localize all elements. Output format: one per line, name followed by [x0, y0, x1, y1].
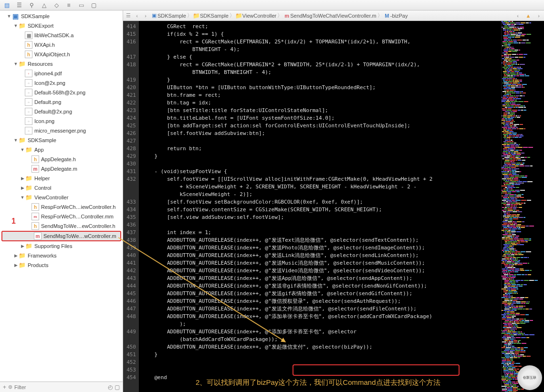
file-nav-icon[interactable]: ▤	[2, 1, 11, 9]
breadcrumb[interactable]: ▣ SDKSample 〉 SDKSample 〉 ViewController…	[150, 12, 408, 19]
png-file-icon: ▫	[25, 117, 32, 125]
tree-item[interactable]: ▫iphone4.pdf	[0, 69, 123, 78]
folder-icon	[18, 136, 26, 144]
file-tree[interactable]: ▼SDKSample▼SDKExport▦libWeChatSDK.ahWXAp…	[0, 10, 123, 382]
tree-item-label: Default-568h@2x.png	[34, 90, 85, 95]
crumb-folder[interactable]: ViewController	[242, 13, 276, 19]
breakpoints-icon[interactable]: ≡	[64, 1, 73, 9]
folder-icon	[18, 60, 26, 68]
tree-item[interactable]: ▼App	[0, 145, 123, 155]
back-button[interactable]: ‹	[133, 13, 141, 19]
tree-item[interactable]: ▼SDKExport	[0, 21, 123, 31]
tree-item[interactable]: ▼ViewController	[0, 193, 123, 202]
m-file-icon: m	[34, 232, 42, 240]
tree-item[interactable]: ▶Frameworks	[0, 251, 123, 260]
line-gutter[interactable]: 414 415 416 417 418 419 420 421 422 423 …	[123, 21, 139, 392]
tree-item[interactable]: hWXApiObject.h	[0, 50, 123, 59]
tree-item-label: SendMsgToWe…ewController.h	[41, 223, 115, 229]
disclosure-triangle[interactable]: ▼	[13, 138, 18, 143]
related-items-icon[interactable]: ☰	[124, 12, 133, 19]
filter-icon[interactable]: ⊚	[8, 384, 12, 390]
tree-item-label: SDKSample	[28, 137, 56, 143]
m-file-icon: m	[283, 13, 290, 19]
tree-item[interactable]: ▫Default@2x.png	[0, 107, 123, 116]
tree-item[interactable]: ▼SDKSample	[0, 135, 123, 145]
tree-item[interactable]: mRespForWeCh…Controller.mm	[0, 212, 123, 221]
tree-item[interactable]: mSendMsgToWe…wController.m	[1, 231, 121, 241]
tree-item[interactable]: ▶Helper	[0, 174, 123, 183]
tree-item[interactable]: mAppDelegate.m	[0, 164, 123, 174]
tree-item[interactable]: ▫micro_messenger.png	[0, 126, 123, 135]
h-file-icon: h	[25, 41, 32, 49]
h-file-icon: h	[25, 51, 32, 58]
tree-item[interactable]: hSendMsgToWe…ewController.h	[0, 221, 123, 231]
disclosure-triangle[interactable]: ▼	[20, 147, 25, 152]
disclosure-triangle[interactable]: ▼	[7, 14, 11, 19]
project-navigator: ▼SDKSample▼SDKExport▦libWeChatSDK.ahWXAp…	[0, 10, 123, 392]
project-icon: ▣	[151, 12, 157, 19]
tree-item[interactable]: hRespForWeCh…iewController.h	[0, 202, 123, 212]
tree-item[interactable]: ▦libWeChatSDK.a	[0, 31, 123, 40]
issue-warning-icon[interactable]: ▲	[524, 13, 533, 19]
scm-icon[interactable]: ▢	[115, 384, 120, 391]
tree-item-label: AppDelegate.h	[41, 156, 76, 162]
comment-icon[interactable]: ▢	[89, 1, 98, 9]
tree-item-label: SendMsgToWe…wController.m	[43, 233, 116, 239]
tree-item-label: RespForWeCh…Controller.mm	[41, 214, 114, 219]
tree-item-label: micro_messenger.png	[34, 128, 86, 134]
disclosure-triangle[interactable]: ▼	[13, 62, 18, 66]
code-editor[interactable]: CGRect rect; if(idx % 2 == 1) { rect = C…	[139, 21, 501, 392]
filter-input[interactable]	[14, 384, 106, 390]
tree-item[interactable]: ▶Products	[0, 260, 123, 270]
tree-item[interactable]: ▫Icon@2x.png	[0, 78, 123, 88]
warning-icon[interactable]: △	[39, 1, 49, 9]
filter-bar: + ⊚ ◴ ▢	[0, 382, 123, 392]
crumb-project[interactable]: SDKSample	[157, 13, 186, 19]
forward-button[interactable]: ›	[141, 13, 150, 19]
h-file-icon: h	[31, 203, 39, 211]
crumb-file[interactable]: SendMsgToWeChatViewController.m	[290, 13, 377, 19]
tree-item-label: SDKSample	[21, 13, 50, 19]
symbol-nav-icon[interactable]: ☰	[14, 1, 24, 9]
tree-item[interactable]: ▶Control	[0, 183, 123, 193]
tree-item[interactable]: ▫Default-568h@2x.png	[0, 88, 123, 97]
tree-item-label: ViewController	[34, 195, 68, 200]
watermark-logo: 创新互联	[517, 365, 542, 390]
tree-item-label: Helper	[34, 175, 50, 181]
disclosure-triangle[interactable]: ▶	[20, 186, 25, 190]
tree-item[interactable]: ▫Default.png	[0, 97, 123, 107]
debug-icon[interactable]: ◇	[52, 1, 61, 9]
tree-item[interactable]: hWXApi.h	[0, 40, 123, 50]
tree-item[interactable]: ▶Supporting Files	[0, 241, 123, 251]
tree-item-label: Frameworks	[28, 253, 57, 258]
tree-item[interactable]: ▼SDKSample	[0, 11, 123, 21]
crumb-group[interactable]: SDKSample	[200, 13, 229, 19]
tree-item[interactable]: ▼Resources	[0, 59, 123, 69]
folder-icon	[18, 261, 26, 269]
log-icon[interactable]: ▭	[76, 1, 86, 9]
tree-item[interactable]: ▫Icon.png	[0, 116, 123, 126]
disclosure-triangle[interactable]: ▼	[20, 195, 25, 200]
pdf-file-icon: ▫	[25, 70, 32, 77]
folder-icon	[25, 242, 32, 250]
tree-item-label: Supporting Files	[34, 243, 73, 249]
search-icon[interactable]: ⚲	[27, 1, 36, 9]
disclosure-triangle[interactable]: ▼	[13, 23, 18, 28]
minimap[interactable]	[501, 21, 544, 392]
tree-item-label: Default.png	[34, 99, 61, 105]
tree-item[interactable]: hAppDelegate.h	[0, 155, 123, 164]
next-issue-icon[interactable]: ›	[534, 13, 543, 19]
tree-item-label: App	[34, 147, 44, 153]
disclosure-triangle[interactable]: ▶	[20, 176, 25, 181]
add-icon[interactable]: +	[3, 384, 6, 391]
tree-item-label: iphone4.pdf	[34, 71, 62, 76]
callout-1: 1	[11, 217, 16, 226]
disclosure-triangle[interactable]: ▶	[13, 263, 18, 268]
tree-item-label: WXApiObject.h	[34, 52, 70, 57]
recent-icon[interactable]: ◴	[108, 384, 113, 391]
png-file-icon: ▫	[25, 79, 32, 87]
prev-issue-icon[interactable]: ‹	[513, 13, 522, 19]
crumb-method[interactable]: -bizPay	[390, 13, 408, 19]
disclosure-triangle[interactable]: ▶	[20, 244, 25, 248]
disclosure-triangle[interactable]: ▶	[13, 253, 18, 258]
